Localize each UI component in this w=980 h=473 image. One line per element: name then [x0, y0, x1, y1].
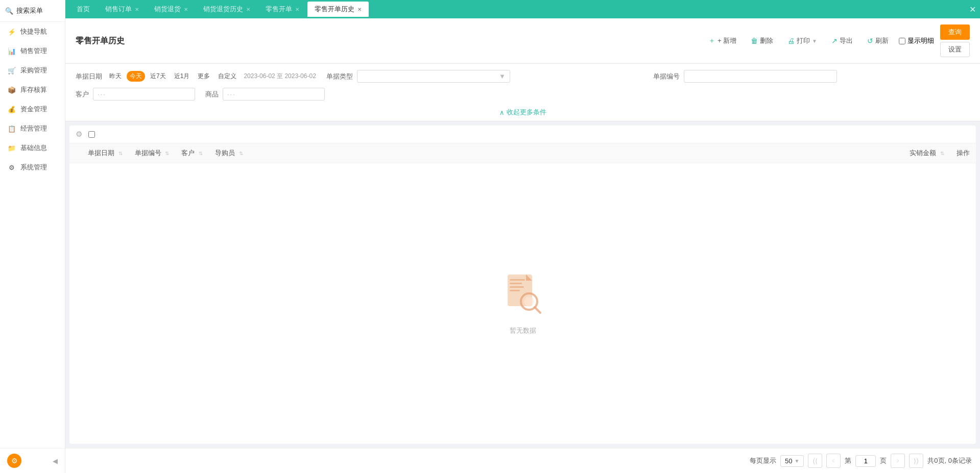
- refresh-label: 刷新: [875, 36, 889, 45]
- operations-icon: 📋: [7, 124, 16, 133]
- export-icon: ↗: [831, 37, 838, 45]
- doc-type-select[interactable]: ▼: [357, 70, 510, 83]
- col-date[interactable]: 单据日期 ⇅: [82, 143, 129, 163]
- shortcuts-icon: ⚡: [7, 27, 16, 36]
- display-detail-checkbox[interactable]: [899, 38, 905, 44]
- display-detail-toggle[interactable]: 显示明细: [899, 36, 934, 45]
- filter-row-2: 客户 ··· 商品 ···: [76, 88, 970, 101]
- tab-bar: 首页 销售订单 ✕ 销货退货 ✕ 销货退货历史 ✕ 零售开单 ✕ 零售开单历史 …: [65, 0, 980, 18]
- tab-sales-order[interactable]: 销售订单 ✕: [98, 2, 146, 17]
- tab-retail-open-history[interactable]: 零售开单历史 ✕: [307, 2, 369, 17]
- col-amount[interactable]: 实销金额 ⇅: [903, 143, 950, 163]
- tab-retail-open-history-close[interactable]: ✕: [357, 7, 362, 12]
- delete-icon: 🗑: [751, 37, 758, 45]
- date-today-btn[interactable]: 今天: [127, 71, 145, 82]
- sidebar-item-operations[interactable]: 📋 经营管理: [0, 119, 65, 138]
- select-all-checkbox[interactable]: [88, 131, 95, 138]
- tab-sales-order-close[interactable]: ✕: [135, 7, 139, 12]
- prev-page-button[interactable]: ﹤: [826, 454, 841, 468]
- date-more-btn[interactable]: 更多: [195, 71, 213, 82]
- print-button[interactable]: 🖨 打印 ▼: [783, 34, 821, 47]
- sidebar-item-label: 基础信息: [20, 143, 47, 153]
- sidebar-item-label: 库存核算: [20, 85, 47, 94]
- collapse-icon: ◀: [53, 457, 58, 465]
- col-actions: 操作: [950, 143, 976, 163]
- sidebar-item-purchase[interactable]: 🛒 采购管理: [0, 61, 65, 80]
- svg-rect-1: [510, 279, 525, 281]
- tab-retail-open[interactable]: 零售开单 ✕: [258, 2, 306, 17]
- export-button[interactable]: ↗ 导出: [827, 34, 857, 47]
- basic-icon: 📁: [7, 143, 16, 153]
- search-menu-item[interactable]: 🔍 搜索采单: [0, 0, 65, 22]
- col-spacer: [249, 143, 904, 163]
- add-button[interactable]: ＋ + 新增: [704, 34, 740, 47]
- customer-filter: 客户 ···: [76, 88, 195, 101]
- tab-sales-return-close[interactable]: ✕: [184, 7, 188, 12]
- doc-no-filter: 单据编号: [653, 70, 970, 83]
- svg-rect-3: [510, 286, 524, 288]
- tab-home[interactable]: 首页: [69, 2, 97, 17]
- sidebar-item-finance[interactable]: 💰 资金管理: [0, 99, 65, 119]
- sidebar-item-shortcuts[interactable]: ⚡ 快捷导航: [0, 22, 65, 41]
- table-settings-icon[interactable]: ⚙: [76, 130, 82, 139]
- inventory-icon: 📦: [7, 85, 16, 94]
- customer-label: 客户: [76, 90, 89, 99]
- print-dropdown-icon[interactable]: ▼: [812, 38, 817, 44]
- sidebar-item-inventory[interactable]: 📦 库存核算: [0, 80, 65, 99]
- refresh-button[interactable]: ↺ 刷新: [863, 34, 893, 47]
- tab-sales-return-history-close[interactable]: ✕: [246, 7, 250, 12]
- date-yesterday-btn[interactable]: 昨天: [106, 71, 125, 82]
- first-page-button[interactable]: ⟨⟨: [808, 454, 822, 468]
- col-customer[interactable]: 客户 ⇅: [175, 143, 209, 163]
- col-guide[interactable]: 导购员 ⇅: [209, 143, 249, 163]
- settings-button[interactable]: ⚙: [7, 454, 21, 468]
- page-number-input[interactable]: [855, 455, 876, 467]
- product-dots: ···: [227, 90, 236, 98]
- date-range-display: 2023-06-02 至 2023-06-02: [244, 72, 316, 81]
- sidebar: 🔍 搜索采单 ⚡ 快捷导航 📊 销售管理 🛒 采购管理 📦 库存核算 💰 资金管…: [0, 0, 65, 473]
- filter-row-1: 单据日期 昨天 今天 近7天 近1月 更多 自定义 2023-06-02 至 2…: [76, 70, 970, 83]
- close-all-tabs-button[interactable]: ✕: [969, 5, 976, 14]
- table-header: 单据日期 ⇅ 单据编号 ⇅ 客户 ⇅ 导购员 ⇅: [69, 143, 976, 163]
- per-page-label: 每页显示: [750, 456, 776, 465]
- sidebar-item-system[interactable]: ⚙ 系统管理: [0, 158, 65, 177]
- sidebar-item-sales[interactable]: 📊 销售管理: [0, 41, 65, 61]
- delete-label: 删除: [760, 36, 773, 45]
- tab-bar-right: ✕: [969, 5, 976, 14]
- tab-sales-return[interactable]: 销货退货 ✕: [147, 2, 195, 17]
- tab-retail-open-close[interactable]: ✕: [295, 7, 299, 12]
- svg-rect-2: [510, 283, 522, 284]
- customer-select[interactable]: ···: [93, 88, 195, 101]
- product-select[interactable]: ···: [223, 88, 325, 101]
- tab-sales-return-history[interactable]: 销货退货历史 ✕: [196, 2, 257, 17]
- per-page-select[interactable]: 50 ▼: [780, 455, 804, 467]
- query-button[interactable]: 查询: [940, 24, 970, 40]
- add-icon: ＋: [708, 36, 715, 45]
- date-custom-btn[interactable]: 自定义: [215, 71, 240, 82]
- sidebar-item-label: 系统管理: [20, 163, 47, 172]
- next-page-button[interactable]: ﹥: [891, 454, 905, 468]
- search-icon: 🔍: [5, 7, 13, 15]
- export-label: 导出: [840, 36, 853, 45]
- svg-line-7: [535, 307, 540, 313]
- doc-type-chevron-icon: ▼: [499, 72, 506, 80]
- sidebar-collapse-button[interactable]: ◀: [53, 456, 58, 465]
- sidebar-item-label: 销售管理: [20, 46, 47, 56]
- date-last-month-btn[interactable]: 近1月: [171, 71, 193, 82]
- settings-button[interactable]: 设置: [940, 42, 970, 57]
- collapse-more-btn[interactable]: ∧ 收起更多条件: [499, 108, 546, 117]
- doc-no-input[interactable]: [684, 70, 837, 83]
- first-page-icon: ⟨⟨: [812, 457, 818, 465]
- last-page-icon: ⟩⟩: [914, 457, 919, 465]
- doc-type-label: 单据类型: [326, 72, 353, 81]
- sidebar-item-basic[interactable]: 📁 基础信息: [0, 138, 65, 158]
- last-page-button[interactable]: ⟩⟩: [909, 454, 923, 468]
- sidebar-item-label: 经营管理: [20, 124, 47, 133]
- col-no[interactable]: 单据编号 ⇅: [129, 143, 176, 163]
- pagination: 每页显示 50 ▼ ⟨⟨ ﹤ 第 页 ﹥ ⟩⟩ 共0页, 0条记录: [65, 448, 980, 473]
- date-last7-btn[interactable]: 近7天: [147, 71, 169, 82]
- customer-dots: ···: [98, 90, 106, 98]
- page-header: 零售开单历史 ＋ + 新增 🗑 删除 🖨 打印 ▼ ↗ 导出: [65, 18, 980, 64]
- col-no-label: 单据编号: [135, 149, 161, 157]
- delete-button[interactable]: 🗑 删除: [747, 34, 777, 47]
